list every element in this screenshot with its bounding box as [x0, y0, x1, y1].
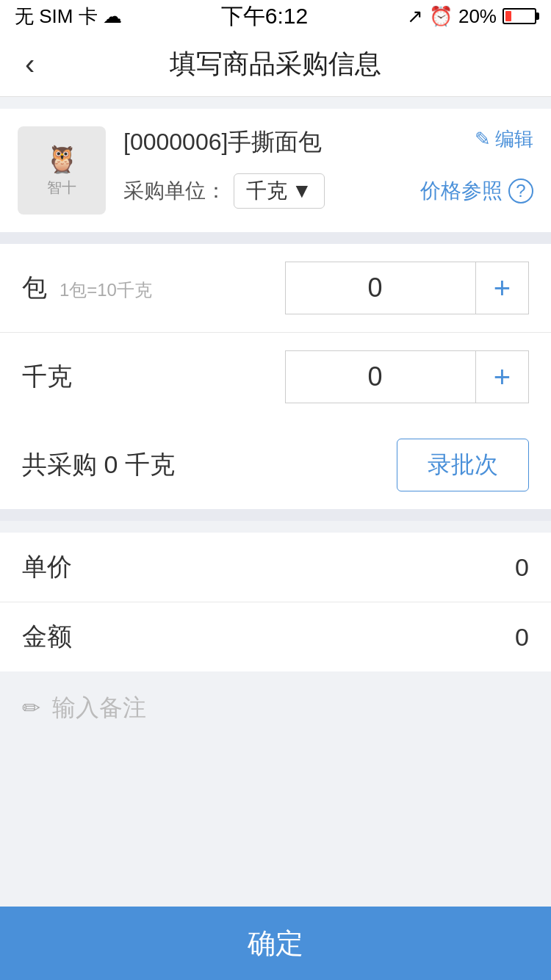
record-batch-button[interactable]: 录批次: [397, 439, 529, 491]
product-name: [0000006]手撕面包: [123, 126, 322, 159]
unit-label: 采购单位：: [123, 177, 226, 205]
notes-section[interactable]: ✏ 输入备注: [0, 671, 551, 936]
info-section: 单价 0 金额 0: [0, 533, 551, 671]
divider-2: [0, 509, 551, 521]
dropdown-arrow-icon: ▼: [292, 179, 312, 203]
product-image: 🦉 智十: [18, 126, 106, 215]
edit-button[interactable]: ✎ 编辑: [475, 126, 533, 152]
amount-row: 金额 0: [0, 602, 551, 671]
product-logo-icon: 🦉: [46, 144, 79, 175]
unit-select[interactable]: 千克 ▼: [234, 173, 325, 209]
product-info: [0000006]手撕面包 ✎ 编辑 采购单位： 千克 ▼ 价格参照 ?: [123, 126, 533, 209]
status-left: 无 SIM 卡 ☁: [15, 4, 122, 29]
status-time: 下午6:12: [221, 1, 308, 32]
kg-input-row: 千克 +: [0, 333, 551, 421]
notes-placeholder: 输入备注: [52, 692, 146, 724]
package-plus-button[interactable]: +: [476, 262, 529, 314]
package-input-right: +: [285, 262, 529, 314]
nav-bar: ‹ 填写商品采购信息: [0, 32, 551, 97]
summary-amount: 0: [104, 450, 118, 478]
package-number-input[interactable]: [285, 262, 476, 314]
price-ref-button[interactable]: 价格参照 ?: [420, 177, 533, 205]
battery-icon: [503, 8, 536, 24]
back-button[interactable]: ‹: [18, 40, 42, 88]
edit-icon: ✎: [475, 128, 491, 151]
divider-1: [0, 232, 551, 244]
confirm-button[interactable]: 确定: [0, 907, 551, 980]
status-right: ↗ ⏰ 20%: [407, 5, 536, 28]
price-ref-help-icon: ?: [508, 179, 533, 203]
kg-label: 千克: [22, 360, 72, 394]
unit-price-row: 单价 0: [0, 533, 551, 602]
package-sublabel: 1包=10千克: [60, 280, 152, 300]
sim-status: 无 SIM 卡 ☁: [15, 4, 122, 29]
summary-text: 共采购 0 千克: [22, 448, 175, 482]
page-title: 填写商品采购信息: [170, 46, 381, 82]
status-bar: 无 SIM 卡 ☁ 下午6:12 ↗ ⏰ 20%: [0, 0, 551, 32]
pencil-icon: ✏: [22, 695, 40, 721]
package-label: 包 1包=10千克: [22, 271, 152, 305]
amount-value: 0: [515, 623, 529, 652]
brand-label: 智十: [47, 178, 76, 198]
alarm-icon: ⏰: [429, 5, 453, 28]
kg-input-right: +: [285, 350, 529, 403]
product-card: 🦉 智十 [0000006]手撕面包 ✎ 编辑 采购单位： 千克 ▼ 价格参照: [0, 109, 551, 232]
unit-price-label: 单价: [22, 550, 72, 584]
summary-row: 共采购 0 千克 录批次: [0, 421, 551, 509]
unit-price-value: 0: [515, 553, 529, 582]
battery-percent: 20%: [458, 5, 497, 28]
kg-number-input[interactable]: [285, 350, 476, 403]
location-icon: ↗: [407, 5, 423, 28]
amount-label: 金额: [22, 620, 72, 654]
input-section: 包 1包=10千克 + 千克 +: [0, 244, 551, 421]
package-input-row: 包 1包=10千克 +: [0, 244, 551, 333]
kg-plus-button[interactable]: +: [476, 350, 529, 403]
